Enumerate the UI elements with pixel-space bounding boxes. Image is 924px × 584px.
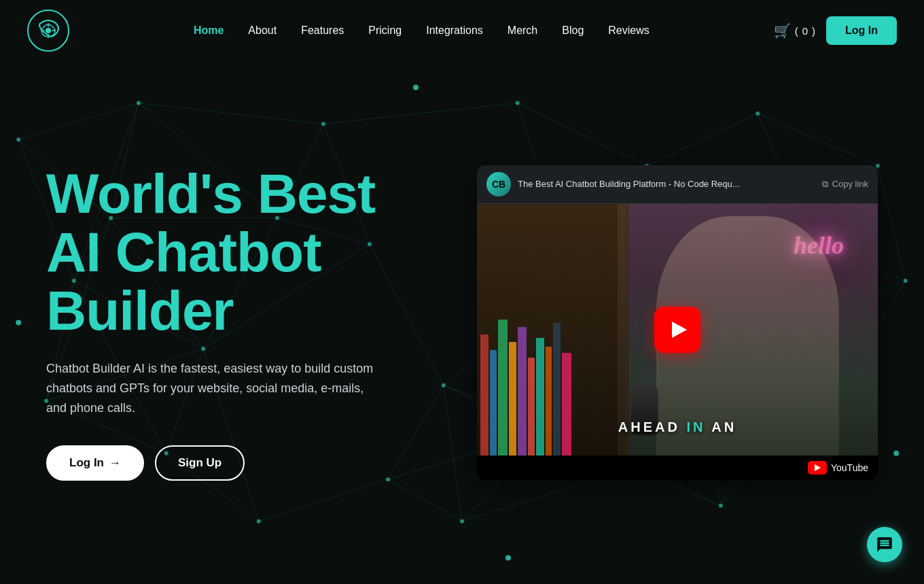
nav-merch[interactable]: Merch <box>508 24 537 36</box>
nav-blog[interactable]: Blog <box>562 24 584 36</box>
arrow-icon: → <box>109 456 121 470</box>
video-title: The Best AI Chatbot Building Platform - … <box>518 179 740 189</box>
copy-link-button[interactable]: ⧉ Copy link <box>822 179 868 190</box>
nav-home[interactable]: Home <box>194 24 224 36</box>
youtube-bar: YouTube <box>477 456 878 480</box>
hero-title: World's Best AI Chatbot Builder <box>46 165 386 340</box>
cart-count-close: ) <box>812 25 815 37</box>
logo[interactable] <box>27 10 69 52</box>
video-top-bar: CB The Best AI Chatbot Building Platform… <box>477 165 878 204</box>
hero-subtitle: Chatbot Builder AI is the fastest, easie… <box>46 359 386 417</box>
video-title-row: CB The Best AI Chatbot Building Platform… <box>486 172 740 196</box>
nav-pricing[interactable]: Pricing <box>368 24 402 36</box>
video-lower-text: AHEAD IN AN <box>618 419 736 435</box>
nav-about[interactable]: About <box>248 24 277 36</box>
nav-integrations[interactable]: Integrations <box>426 24 483 36</box>
nav-login-button[interactable]: Log In <box>826 16 897 45</box>
hero-signup-button[interactable]: Sign Up <box>155 445 245 481</box>
chat-icon <box>876 536 893 553</box>
svg-point-1 <box>46 28 51 33</box>
cart-icon: 🛒 <box>774 22 791 39</box>
hero-login-button[interactable]: Log In → <box>46 445 144 481</box>
cart-button[interactable]: 🛒 ( 0 ) <box>774 22 815 39</box>
video-wrapper[interactable]: CB The Best AI Chatbot Building Platform… <box>477 165 878 480</box>
play-button[interactable] <box>654 307 700 353</box>
hero-content: World's Best AI Chatbot Builder Chatbot … <box>0 124 924 521</box>
youtube-icon <box>808 461 827 475</box>
nav-right: 🛒 ( 0 ) Log In <box>774 16 897 45</box>
nav-reviews[interactable]: Reviews <box>608 24 649 36</box>
youtube-label: YouTube <box>831 462 868 473</box>
hero-section: World's Best AI Chatbot Builder Chatbot … <box>0 61 924 584</box>
hero-buttons: Log In → Sign Up <box>46 445 386 481</box>
copy-icon: ⧉ <box>822 179 828 190</box>
bookshelf <box>477 204 625 456</box>
books <box>477 305 625 456</box>
nav-links: Home About Features Pricing Integrations… <box>194 24 650 37</box>
nav-features[interactable]: Features <box>301 24 344 36</box>
youtube-logo: YouTube <box>808 461 868 475</box>
hero-left: World's Best AI Chatbot Builder Chatbot … <box>46 165 386 481</box>
chat-bubble-button[interactable] <box>867 527 902 562</box>
cart-count-value: 0 <box>802 25 808 37</box>
video-avatar: CB <box>486 172 511 196</box>
navbar: Home About Features Pricing Integrations… <box>0 0 924 61</box>
video-thumbnail[interactable]: hello AHEAD IN AN <box>477 204 878 456</box>
cart-count: ( <box>795 25 798 37</box>
